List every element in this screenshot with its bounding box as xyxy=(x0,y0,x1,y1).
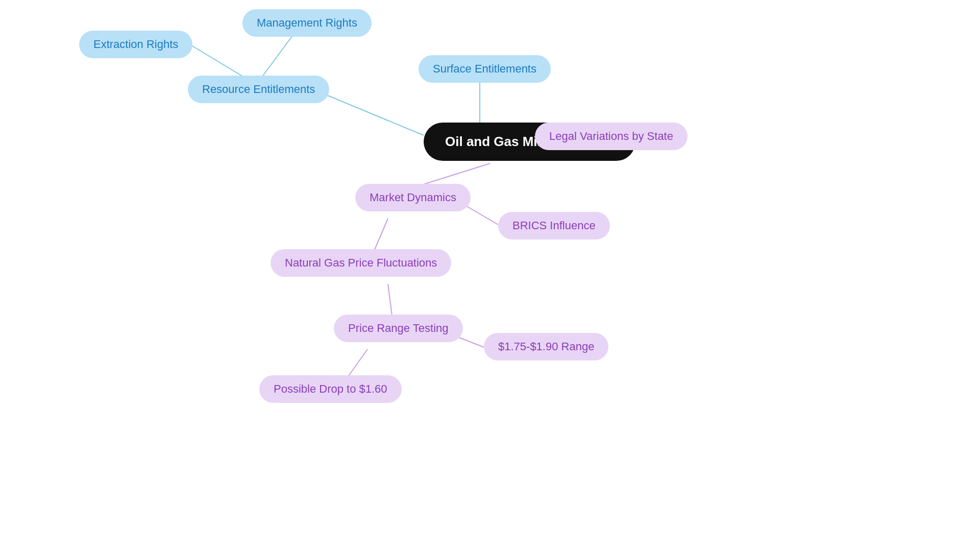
legal-variations-node: Legal Variations by State xyxy=(535,123,688,150)
market-dynamics-node: Market Dynamics xyxy=(355,184,471,211)
price-range-175-node: $1.75-$1.90 Range xyxy=(484,333,608,360)
svg-line-10 xyxy=(347,349,368,378)
resource-entitlements-node: Resource Entitlements xyxy=(188,76,329,103)
extraction-rights-node: Extraction Rights xyxy=(79,31,192,58)
management-rights-node: Management Rights xyxy=(242,9,372,37)
svg-line-6 xyxy=(462,204,498,225)
svg-line-0 xyxy=(315,90,424,135)
price-range-testing-node: Price Range Testing xyxy=(334,315,463,342)
surface-entitlements-node: Surface Entitlements xyxy=(419,55,551,83)
natural-gas-price-node: Natural Gas Price Fluctuations xyxy=(271,249,451,277)
possible-drop-node: Possible Drop to $1.60 xyxy=(259,375,402,403)
brics-influence-node: BRICS Influence xyxy=(498,212,610,239)
